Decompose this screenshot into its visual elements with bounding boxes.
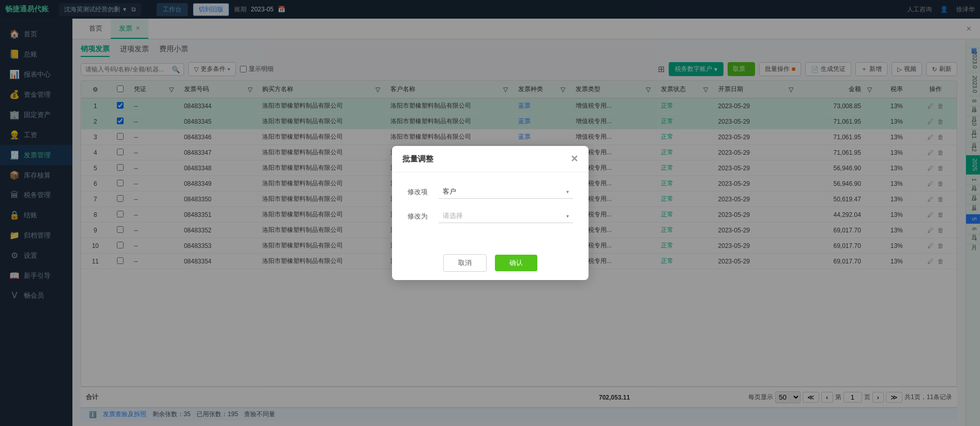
modal-title: 批量调整: [402, 154, 433, 164]
modify-value-select[interactable]: 请选择 ▾: [439, 209, 573, 223]
modify-field-select[interactable]: 客户 ▾: [439, 185, 573, 199]
modal-overlay: 批量调整 ✕ 修改项 客户 ▾ 修改为 请选择 ▾ 取消 确认: [0, 0, 980, 426]
modify-field-row: 修改项 客户 ▾: [408, 185, 573, 199]
modify-value-row: 修改为 请选择 ▾: [408, 209, 573, 223]
batch-adjust-modal: 批量调整 ✕ 修改项 客户 ▾ 修改为 请选择 ▾ 取消 确认: [392, 146, 589, 280]
modify-value-label: 修改为: [408, 212, 439, 221]
modify-field-label: 修改项: [408, 187, 439, 197]
modal-header: 批量调整 ✕: [392, 146, 589, 172]
modify-value-placeholder: 请选择: [443, 211, 463, 221]
modal-footer: 取消 确认: [392, 246, 589, 280]
cancel-button[interactable]: 取消: [443, 254, 487, 272]
modify-field-value: 客户: [443, 187, 456, 196]
confirm-button[interactable]: 确认: [495, 255, 537, 271]
modify-value-chevron: ▾: [566, 213, 569, 219]
modal-body: 修改项 客户 ▾ 修改为 请选择 ▾: [392, 172, 589, 246]
modal-close-button[interactable]: ✕: [570, 153, 578, 165]
modify-field-chevron: ▾: [566, 189, 569, 195]
